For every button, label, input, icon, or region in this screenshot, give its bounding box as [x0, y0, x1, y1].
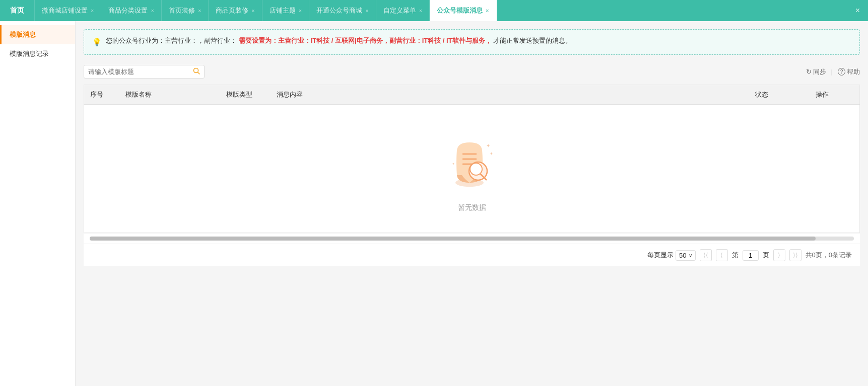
notice-text: 您的公众号行业为：主营行业：，副营行业： 需要设置为：主营行业：IT科技 / 互…: [106, 36, 572, 46]
data-table: 序号 模版名称 模版类型 消息内容 状态 操作: [84, 85, 860, 233]
search-icon: [193, 67, 200, 74]
nav-tab-homepage-decor[interactable]: 首页装修 ×: [162, 0, 209, 21]
nav-tab-open-mall-label: 开通公众号商城: [316, 6, 362, 15]
sidebar: 模版消息 模版消息记录: [0, 21, 76, 386]
scrollbar-thumb[interactable]: [90, 237, 816, 241]
help-label: 帮助: [847, 67, 860, 76]
table-header-row: 序号 模版名称 模版类型 消息内容 状态 操作: [84, 85, 860, 105]
svg-line-1: [198, 72, 200, 74]
nav-tab-product-decor-label: 商品页装修: [216, 6, 248, 15]
page-total: 共0页，0条记录: [806, 251, 852, 260]
nav-tab-product-category-close[interactable]: ×: [151, 8, 154, 14]
nav-tab-template-msg[interactable]: 公众号模版消息 ×: [430, 0, 496, 21]
svg-text:✦: ✦: [490, 151, 493, 156]
help-button[interactable]: ? 帮助: [838, 67, 860, 76]
sync-label: 同步: [813, 67, 826, 76]
search-button[interactable]: [193, 67, 200, 76]
sidebar-item-template-msg[interactable]: 模版消息: [0, 25, 75, 44]
nav-tab-product-decor[interactable]: 商品页装修 ×: [209, 0, 262, 21]
empty-text: 暂无数据: [458, 203, 486, 212]
nav-tab-shop-theme-close[interactable]: ×: [299, 8, 302, 14]
page-size-dropdown[interactable]: 50 ∨: [676, 250, 695, 261]
page-first-button[interactable]: ⟨⟨: [700, 249, 712, 261]
table-header: 序号 模版名称 模版类型 消息内容 状态 操作: [84, 85, 860, 105]
nav-tab-product-category-label: 商品分类设置: [108, 6, 148, 15]
page-prev-button[interactable]: ⟨: [716, 249, 728, 261]
nav-tab-wechat-shop-close[interactable]: ×: [91, 8, 94, 14]
notice-prefix: 您的公众号行业为：主营行业：，副营行业：: [106, 37, 237, 44]
nav-tab-shop-theme-label: 店铺主题: [270, 6, 296, 15]
nav-tab-wechat-shop-label: 微商城店铺设置: [42, 6, 88, 15]
toolbar-right: ↻ 同步 | ? 帮助: [806, 67, 860, 76]
help-circle-icon: ?: [838, 68, 845, 75]
top-nav: 首页 微商城店铺设置 × 商品分类设置 × 首页装修 × 商品页装修 × 店铺主…: [0, 0, 868, 21]
page-label: 第: [732, 251, 739, 260]
col-action: 操作: [810, 85, 860, 105]
nav-tab-home[interactable]: 首页: [0, 0, 35, 21]
notice-bulb-icon: 💡: [92, 36, 102, 48]
content-area: 💡 您的公众号行业为：主营行业：，副营行业： 需要设置为：主营行业：IT科技 /…: [76, 21, 868, 386]
toolbar-divider: |: [831, 68, 833, 75]
search-input-wrap: [84, 65, 205, 79]
sync-icon: ↻: [806, 68, 812, 75]
sidebar-item-template-msg-record[interactable]: 模版消息记录: [0, 44, 75, 63]
svg-text:✦: ✦: [486, 143, 490, 148]
main-layout: 模版消息 模版消息记录 💡 您的公众号行业为：主营行业：，副营行业： 需要设置为…: [0, 21, 868, 386]
nav-tab-shop-theme[interactable]: 店铺主题 ×: [262, 0, 309, 21]
nav-tab-custom-menu-close[interactable]: ×: [419, 8, 422, 14]
col-type: 模版类型: [220, 85, 271, 105]
sidebar-item-template-msg-label: 模版消息: [10, 31, 36, 38]
svg-point-7: [470, 163, 482, 175]
page-input[interactable]: [743, 250, 759, 261]
col-content: 消息内容: [271, 85, 749, 105]
search-input[interactable]: [88, 68, 193, 75]
sync-button[interactable]: ↻ 同步: [806, 67, 826, 76]
nav-close-all-button[interactable]: ×: [847, 0, 868, 21]
nav-tab-custom-menu-label: 自定义菜单: [383, 6, 416, 15]
nav-tab-open-mall-close[interactable]: ×: [365, 8, 368, 14]
sidebar-item-template-msg-record-label: 模版消息记录: [10, 50, 49, 57]
page-last-button[interactable]: ⟩⟩: [789, 249, 802, 261]
page-size-select: 每页显示 50 ∨: [647, 250, 695, 261]
col-status: 状态: [749, 85, 810, 105]
page-unit: 页: [763, 251, 769, 260]
nav-tab-product-category[interactable]: 商品分类设置 ×: [101, 0, 161, 21]
scrollbar-row: [84, 233, 860, 244]
col-seq: 序号: [84, 85, 119, 105]
search-bar: ↻ 同步 | ? 帮助: [84, 65, 860, 79]
notice-box: 💡 您的公众号行业为：主营行业：，副营行业： 需要设置为：主营行业：IT科技 /…: [84, 29, 860, 55]
pagination: 每页显示 50 ∨ ⟨⟨ ⟨ 第 页 ⟩ ⟩⟩ 共0页，0条记录: [84, 244, 860, 266]
col-name: 模版名称: [119, 85, 220, 105]
scrollbar-track[interactable]: [90, 237, 854, 241]
notice-highlight: 需要设置为：主营行业：IT科技 / 互联网|电子商务，副营行业：IT科技 / I…: [239, 37, 492, 44]
svg-text:✦: ✦: [452, 162, 455, 166]
empty-state: ✦ ✦ ✦ 暂无数据: [84, 105, 859, 233]
empty-illustration: ✦ ✦ ✦: [442, 135, 502, 195]
nav-tab-homepage-decor-close[interactable]: ×: [198, 8, 201, 14]
nav-tab-template-msg-label: 公众号模版消息: [437, 6, 483, 15]
nav-tab-custom-menu[interactable]: 自定义菜单 ×: [376, 0, 430, 21]
chevron-down-icon: ∨: [689, 253, 692, 258]
nav-tab-wechat-shop[interactable]: 微商城店铺设置 ×: [35, 0, 101, 21]
nav-tab-open-mall[interactable]: 开通公众号商城 ×: [309, 0, 376, 21]
nav-tab-product-decor-close[interactable]: ×: [251, 8, 254, 14]
nav-tab-homepage-decor-label: 首页装修: [169, 6, 195, 15]
home-tab-label: 首页: [10, 6, 24, 15]
page-next-button[interactable]: ⟩: [773, 249, 785, 261]
table-body: ✦ ✦ ✦ 暂无数据: [84, 105, 860, 233]
page-size-value: 50: [679, 252, 686, 259]
page-size-label: 每页显示: [647, 251, 674, 260]
empty-row: ✦ ✦ ✦ 暂无数据: [84, 105, 860, 233]
notice-suffix: 才能正常发送预置的消息。: [493, 37, 572, 44]
nav-tab-template-msg-close[interactable]: ×: [486, 8, 489, 14]
